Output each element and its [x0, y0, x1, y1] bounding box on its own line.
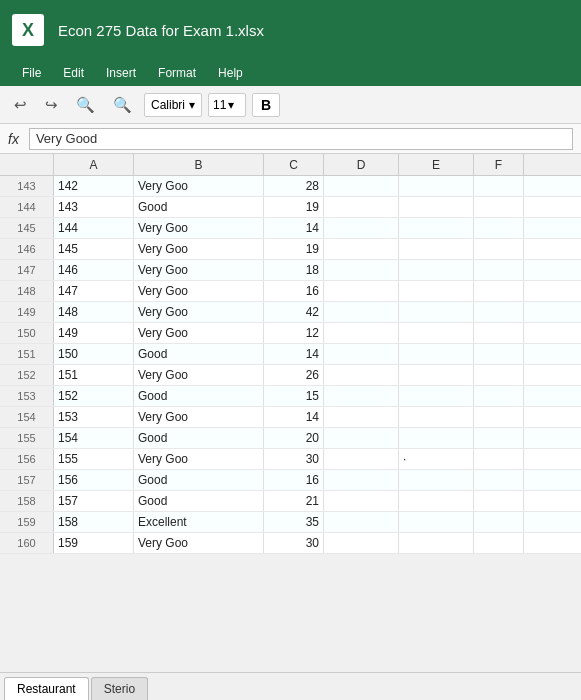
- table-row[interactable]: 147 146 Very Goo 18: [0, 260, 581, 281]
- cell-a[interactable]: 145: [54, 239, 134, 259]
- cell-f[interactable]: [474, 533, 524, 553]
- cell-c[interactable]: 14: [264, 218, 324, 238]
- cell-b[interactable]: Very Goo: [134, 407, 264, 427]
- cell-a[interactable]: 156: [54, 470, 134, 490]
- cell-a[interactable]: 155: [54, 449, 134, 469]
- table-row[interactable]: 156 155 Very Goo 30 ·: [0, 449, 581, 470]
- cell-d[interactable]: [324, 344, 399, 364]
- cell-c[interactable]: 19: [264, 239, 324, 259]
- cell-b[interactable]: Good: [134, 428, 264, 448]
- menu-file[interactable]: File: [14, 64, 49, 82]
- cell-c[interactable]: 19: [264, 197, 324, 217]
- cell-d[interactable]: [324, 470, 399, 490]
- cell-e[interactable]: [399, 239, 474, 259]
- cell-b[interactable]: Very Goo: [134, 449, 264, 469]
- cell-d[interactable]: [324, 491, 399, 511]
- table-row[interactable]: 148 147 Very Goo 16: [0, 281, 581, 302]
- cell-b[interactable]: Good: [134, 491, 264, 511]
- cell-f[interactable]: [474, 449, 524, 469]
- font-size-selector[interactable]: 11 ▾: [208, 93, 246, 117]
- table-row[interactable]: 150 149 Very Goo 12: [0, 323, 581, 344]
- cell-e[interactable]: [399, 344, 474, 364]
- table-row[interactable]: 143 142 Very Goo 28: [0, 176, 581, 197]
- table-row[interactable]: 152 151 Very Goo 26: [0, 365, 581, 386]
- cell-b[interactable]: Good: [134, 344, 264, 364]
- col-header-f[interactable]: F: [474, 154, 524, 175]
- cell-e[interactable]: [399, 218, 474, 238]
- cell-c[interactable]: 26: [264, 365, 324, 385]
- cell-d[interactable]: [324, 407, 399, 427]
- cell-d[interactable]: [324, 449, 399, 469]
- cell-f[interactable]: [474, 281, 524, 301]
- undo-button[interactable]: ↩: [8, 92, 33, 118]
- cell-d[interactable]: [324, 386, 399, 406]
- cell-f[interactable]: [474, 428, 524, 448]
- cell-e[interactable]: [399, 281, 474, 301]
- cell-b[interactable]: Very Goo: [134, 176, 264, 196]
- cell-d[interactable]: [324, 239, 399, 259]
- cell-a[interactable]: 142: [54, 176, 134, 196]
- cell-d[interactable]: [324, 323, 399, 343]
- formula-value[interactable]: Very Good: [29, 128, 573, 150]
- cell-b[interactable]: Good: [134, 386, 264, 406]
- cell-a[interactable]: 150: [54, 344, 134, 364]
- cell-f[interactable]: [474, 323, 524, 343]
- cell-c[interactable]: 15: [264, 386, 324, 406]
- table-row[interactable]: 159 158 Excellent 35: [0, 512, 581, 533]
- cell-b[interactable]: Very Goo: [134, 323, 264, 343]
- cell-e[interactable]: [399, 323, 474, 343]
- cell-a[interactable]: 159: [54, 533, 134, 553]
- cell-e[interactable]: [399, 197, 474, 217]
- cell-c[interactable]: 35: [264, 512, 324, 532]
- cell-f[interactable]: [474, 365, 524, 385]
- cell-a[interactable]: 158: [54, 512, 134, 532]
- cell-f[interactable]: [474, 218, 524, 238]
- cell-a[interactable]: 154: [54, 428, 134, 448]
- cell-c[interactable]: 14: [264, 407, 324, 427]
- cell-b[interactable]: Very Goo: [134, 365, 264, 385]
- cell-a[interactable]: 147: [54, 281, 134, 301]
- cell-e[interactable]: [399, 176, 474, 196]
- cell-a[interactable]: 151: [54, 365, 134, 385]
- cell-a[interactable]: 148: [54, 302, 134, 322]
- cell-f[interactable]: [474, 197, 524, 217]
- cell-e[interactable]: [399, 512, 474, 532]
- cell-c[interactable]: 14: [264, 344, 324, 364]
- cell-b[interactable]: Very Goo: [134, 239, 264, 259]
- table-row[interactable]: 153 152 Good 15: [0, 386, 581, 407]
- cell-c[interactable]: 12: [264, 323, 324, 343]
- cell-f[interactable]: [474, 302, 524, 322]
- cell-d[interactable]: [324, 281, 399, 301]
- font-selector[interactable]: Calibri ▾: [144, 93, 202, 117]
- table-row[interactable]: 146 145 Very Goo 19: [0, 239, 581, 260]
- cell-f[interactable]: [474, 491, 524, 511]
- cell-a[interactable]: 143: [54, 197, 134, 217]
- cell-b[interactable]: Good: [134, 197, 264, 217]
- cell-c[interactable]: 18: [264, 260, 324, 280]
- table-row[interactable]: 158 157 Good 21: [0, 491, 581, 512]
- cell-c[interactable]: 42: [264, 302, 324, 322]
- cell-b[interactable]: Very Goo: [134, 281, 264, 301]
- col-header-a[interactable]: A: [54, 154, 134, 175]
- col-header-d[interactable]: D: [324, 154, 399, 175]
- table-row[interactable]: 149 148 Very Goo 42: [0, 302, 581, 323]
- cell-a[interactable]: 149: [54, 323, 134, 343]
- cell-e[interactable]: [399, 302, 474, 322]
- cell-f[interactable]: [474, 260, 524, 280]
- table-row[interactable]: 160 159 Very Goo 30: [0, 533, 581, 554]
- cell-d[interactable]: [324, 260, 399, 280]
- cell-d[interactable]: [324, 218, 399, 238]
- cell-e[interactable]: [399, 533, 474, 553]
- cell-b[interactable]: Very Goo: [134, 260, 264, 280]
- cell-a[interactable]: 153: [54, 407, 134, 427]
- cell-b[interactable]: Excellent: [134, 512, 264, 532]
- cell-d[interactable]: [324, 176, 399, 196]
- cell-d[interactable]: [324, 533, 399, 553]
- col-header-e[interactable]: E: [399, 154, 474, 175]
- cell-d[interactable]: [324, 365, 399, 385]
- cell-e[interactable]: [399, 365, 474, 385]
- table-row[interactable]: 145 144 Very Goo 14: [0, 218, 581, 239]
- table-row[interactable]: 157 156 Good 16: [0, 470, 581, 491]
- cell-b[interactable]: Very Goo: [134, 533, 264, 553]
- cell-f[interactable]: [474, 176, 524, 196]
